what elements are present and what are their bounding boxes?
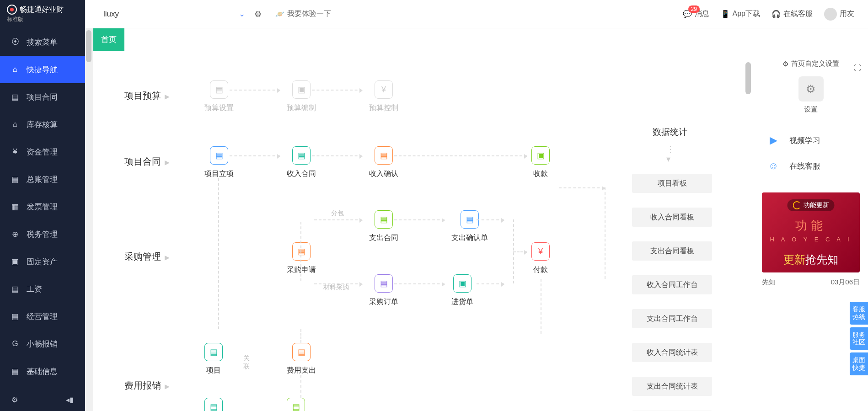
node-payment[interactable]: ¥付款: [531, 242, 550, 275]
sidebar-item-8[interactable]: ▣固定资产: [0, 248, 85, 275]
bag-icon: ▣: [531, 146, 550, 165]
doc-icon: ▤: [292, 242, 311, 261]
play-icon[interactable]: ▶: [165, 254, 170, 261]
sidebar-item-1[interactable]: ⌂快捷导航: [0, 56, 85, 83]
nav-icon: ▦: [10, 203, 20, 211]
tab-desktop[interactable]: 桌面 快捷: [850, 352, 868, 375]
sidebar-scrollbar[interactable]: [85, 28, 93, 411]
settings-button[interactable]: ⚙: [798, 76, 824, 101]
stat-btn-1[interactable]: 收入合同看板: [632, 208, 712, 227]
download-button[interactable]: 📱App下载: [721, 9, 760, 19]
support-button[interactable]: 🎧在线客服: [772, 9, 813, 19]
node-receipt[interactable]: ▣收款: [531, 146, 550, 179]
node-budget-edit[interactable]: ▣预算编制: [287, 80, 316, 113]
contract-icon: ▤: [375, 210, 393, 229]
brand-name: 畅捷通好业财: [20, 5, 64, 15]
settings-label: 设置: [762, 105, 860, 114]
nav-label: 库存核算: [27, 119, 58, 130]
label-guanlian: 关 联: [243, 354, 250, 371]
nav-label: 资金管理: [27, 147, 58, 157]
node-expense-confirm[interactable]: ▤支出确认单: [451, 210, 488, 243]
sidebar-item-5[interactable]: ▤总账管理: [0, 165, 85, 193]
label-fenbao: 分包: [331, 209, 344, 218]
brand-edition: 标准版: [7, 16, 85, 23]
sidebar-item-12[interactable]: ▤基础信息: [0, 358, 85, 385]
sidebar-item-0[interactable]: ⦿搜索菜单: [0, 28, 85, 56]
tenant-name: liuxy: [103, 10, 119, 19]
node-income-contract[interactable]: ▤收入合同: [287, 146, 316, 179]
stat-btn-4[interactable]: 支出合同工作台: [632, 309, 712, 328]
try-label: 我要体验一下: [287, 9, 331, 19]
play-icon[interactable]: ▶: [165, 383, 170, 390]
sidebar-item-3[interactable]: ⌂库存核算: [0, 111, 85, 138]
tab-bar: 首页: [93, 28, 868, 51]
messages-button[interactable]: 💬消息29: [683, 9, 709, 19]
sidebar-item-2[interactable]: ▤项目合同: [0, 83, 85, 111]
stat-btn-2[interactable]: 支出合同看板: [632, 241, 712, 261]
sidebar-item-9[interactable]: ▤工资: [0, 275, 85, 303]
try-button[interactable]: 🪐 我要体验一下: [275, 9, 331, 19]
nav-label: 小畅报销: [27, 339, 58, 349]
diagram-scrollbar[interactable]: [745, 62, 751, 94]
node-project-init[interactable]: ▤项目立项: [204, 146, 234, 179]
money-icon: ▤: [292, 343, 311, 361]
node-extra-a[interactable]: ▤: [204, 398, 223, 411]
node-incoming[interactable]: ▣进货单: [451, 274, 473, 307]
tab-hotline[interactable]: 客服 热线: [850, 302, 868, 325]
link-video[interactable]: ▶视频学习: [762, 128, 860, 153]
stat-btn-6[interactable]: 支出合同统计表: [632, 377, 712, 396]
workspace: 项目预算▶ ▤预算设置 ▣预算编制 ¥预算控制 项目合同▶ ▤项目立项 ▤收入合…: [93, 51, 868, 411]
nav-icon: ▤: [10, 285, 20, 293]
msg-badge: 29: [688, 5, 700, 13]
gear-icon[interactable]: ⚙: [11, 395, 18, 404]
nav-icon: ⌂: [10, 65, 20, 74]
play-icon[interactable]: ▶: [165, 93, 170, 100]
nav-icon: ▣: [10, 257, 20, 266]
settings-icon[interactable]: ⚙: [254, 9, 262, 19]
nav-label: 固定资产: [27, 256, 58, 267]
node-income-confirm[interactable]: ▤收入确认: [369, 146, 398, 179]
node-expense-contract[interactable]: ▤支出合同: [369, 210, 398, 243]
doc-icon: ▤: [461, 210, 479, 229]
tenant-dropdown[interactable]: liuxy ⌄: [99, 6, 250, 22]
footer-date: 03月06日: [831, 278, 860, 287]
sidebar-item-4[interactable]: ¥资金管理: [0, 138, 85, 165]
custom-label: 首页自定义设置: [791, 59, 839, 68]
nav-icon: ⊕: [10, 230, 20, 238]
stat-btn-3[interactable]: 收入合同工作台: [632, 275, 712, 294]
node-budget-control[interactable]: ¥预算控制: [369, 80, 398, 113]
node-extra-b[interactable]: ▤: [287, 398, 305, 411]
doc-icon: ▤: [287, 398, 305, 411]
node-project[interactable]: ▤项目: [204, 343, 223, 375]
check-icon: ▤: [375, 146, 393, 165]
main-content: 首页 ⛶ 项目预算▶ ▤预算设置 ▣预算编制 ¥预算控制 项目合同▶ ▤项目立项…: [93, 28, 868, 411]
chevron-down-icon: ⌄: [239, 9, 245, 19]
node-purchase-apply[interactable]: ▤采购申请: [287, 242, 316, 275]
sidebar-item-6[interactable]: ▦发票管理: [0, 193, 85, 220]
nav-icon: ⌂: [10, 120, 20, 128]
sidebar-item-10[interactable]: ▤经营管理: [0, 303, 85, 330]
tab-home[interactable]: 首页: [93, 28, 124, 51]
play-icon[interactable]: ▶: [165, 159, 170, 166]
nav-label: 基础信息: [27, 366, 58, 377]
stat-btn-5[interactable]: 收入合同统计表: [632, 343, 712, 362]
doc-icon: ▤: [204, 343, 223, 361]
node-budget-setting[interactable]: ▤预算设置: [204, 80, 234, 113]
row-expense-title: 费用报销▶: [124, 379, 170, 392]
contract-icon: ▤: [292, 146, 311, 165]
sidebar-footer: ⚙ ◂▮: [0, 388, 85, 411]
collapse-icon[interactable]: ◂▮: [66, 395, 74, 404]
money-icon: ¥: [375, 80, 393, 99]
stat-btn-0[interactable]: 项目看板: [632, 174, 712, 193]
sidebar-item-11[interactable]: G小畅报销: [0, 330, 85, 358]
link-support[interactable]: ☺在线客服: [762, 153, 860, 179]
tab-community[interactable]: 服务 社区: [850, 327, 868, 350]
sidebar-item-7[interactable]: ⊕税务管理: [0, 220, 85, 248]
node-purchase-order[interactable]: ▤采购订单: [369, 274, 398, 307]
promo-banner[interactable]: 功能更新 功能 H A O Y E C A I 更新抢先知: [762, 192, 860, 272]
banner-tag: 功能更新: [788, 199, 835, 211]
node-expense-pay[interactable]: ▤费用支出: [287, 343, 316, 375]
user-menu[interactable]: 用友: [824, 8, 854, 21]
nav-label: 经营管理: [27, 311, 58, 322]
pay-icon: ¥: [531, 242, 550, 261]
